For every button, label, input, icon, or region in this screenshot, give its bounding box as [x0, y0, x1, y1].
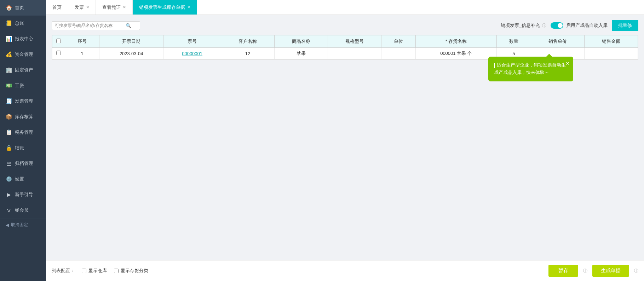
sidebar-pin[interactable]: ◀ 取消固定 — [0, 218, 46, 231]
sidebar: 🏠 首页 📒 总账 📊 报表中心 💰 资金管理 🏢 固定资产 💵 工资 🧾 发票… — [0, 0, 46, 281]
tab-home[interactable]: 首页 — [46, 0, 68, 15]
main-area: 首页 发票 ✕ 查看凭证 ✕ 销项发票生成库存单据 ✕ 🔍 销项发票_信息补充 … — [46, 0, 644, 281]
header-number: 票号 — [163, 35, 221, 48]
toggle-wrap: 启用产成品自动入库 — [551, 22, 608, 29]
tab-voucher-close[interactable]: ✕ — [123, 5, 126, 10]
batch-button[interactable]: 批量修 — [612, 20, 638, 31]
funds-icon: 💰 — [6, 51, 12, 58]
guide-icon: ▶ — [6, 191, 12, 198]
row-product: 苹果 — [275, 48, 328, 59]
info-icon[interactable]: ⓘ — [542, 23, 546, 29]
closing-icon: 🔒 — [6, 145, 12, 151]
sidebar-item-settings[interactable]: ⚙️ 设置 — [0, 171, 46, 187]
sidebar-item-salary[interactable]: 💵 工资 — [0, 78, 46, 93]
sidebar-item-home[interactable]: 🏠 首页 — [0, 0, 46, 16]
show-warehouse-checkbox[interactable] — [82, 269, 86, 273]
pin-icon: ◀ — [6, 223, 9, 228]
sidebar-item-invoice[interactable]: 🧾 发票管理 — [0, 93, 46, 109]
row-customer: 12 — [221, 48, 275, 59]
sidebar-item-funds[interactable]: 💰 资金管理 — [0, 47, 46, 62]
toolbar-info: 销项发票_信息补充 ⓘ — [501, 22, 546, 29]
header-amount: 销售金额 — [584, 35, 638, 48]
row-checkbox[interactable] — [56, 51, 61, 55]
header-checkbox[interactable] — [52, 35, 65, 48]
row-number[interactable]: 00000001 — [163, 48, 221, 59]
header-price: 销售单价 — [531, 35, 585, 48]
generate-button[interactable]: 生成单据 — [592, 265, 629, 277]
sidebar-item-ledger[interactable]: 📒 总账 — [0, 16, 46, 31]
header-unit: 单位 — [381, 35, 415, 48]
select-all-checkbox[interactable] — [56, 39, 61, 43]
tooltip-popup: ✕ 适合生产型企业，销项发票自动生成产成品入库，快来体验～ — [488, 57, 573, 81]
reports-icon: 📊 — [6, 36, 12, 42]
home-icon: 🏠 — [6, 5, 12, 11]
sidebar-item-closing[interactable]: 🔒 结账 — [0, 140, 46, 156]
search-box[interactable]: 🔍 — [52, 21, 140, 30]
tooltip-cursor — [494, 63, 495, 68]
row-unit — [381, 48, 415, 59]
row-amount — [584, 48, 638, 59]
row-inventory[interactable]: 000001 苹果 个 — [416, 48, 497, 59]
show-warehouse-label[interactable]: 显示仓库 — [82, 268, 107, 274]
tab-bar: 首页 发票 ✕ 查看凭证 ✕ 销项发票生成库存单据 ✕ — [46, 0, 644, 15]
generate-info-icon[interactable]: ⓘ — [634, 268, 638, 274]
toolbar: 🔍 销项发票_信息补充 ⓘ 启用产成品自动入库 批量修 — [52, 20, 638, 31]
sidebar-item-inventory[interactable]: 📦 库存核算 — [0, 109, 46, 125]
search-icon: 🔍 — [126, 23, 131, 28]
content-area: 🔍 销项发票_信息补充 ⓘ 启用产成品自动入库 批量修 — [46, 15, 644, 260]
save-info-icon[interactable]: ⓘ — [583, 268, 587, 274]
tax-icon: 📋 — [6, 129, 12, 136]
row-spec — [328, 48, 381, 59]
sidebar-item-assets[interactable]: 🏢 固定资产 — [0, 62, 46, 78]
table-header-row: 序号 开票日期 票号 客户名称 商品名称 规格型号 单位 * 存货名称 数量 销… — [52, 35, 638, 48]
sidebar-item-archive[interactable]: 🗃 归档管理 — [0, 156, 46, 171]
tab-invoice[interactable]: 发票 ✕ — [68, 0, 96, 15]
tab-inventory-form[interactable]: 销项发票生成库存单据 ✕ — [133, 0, 197, 15]
archive-icon: 🗃 — [6, 160, 12, 167]
header-customer: 客户名称 — [221, 35, 275, 48]
row-checkbox-cell[interactable] — [52, 48, 65, 59]
header-seq: 序号 — [65, 35, 99, 48]
show-category-label[interactable]: 显示存货分类 — [114, 268, 148, 274]
assets-icon: 🏢 — [6, 67, 12, 73]
header-spec: 规格型号 — [328, 35, 381, 48]
invoice-icon: 🧾 — [6, 98, 12, 104]
bottom-actions: 暂存 ⓘ 生成单据 ⓘ — [548, 265, 638, 277]
search-input[interactable] — [55, 23, 126, 28]
salary-icon: 💵 — [6, 82, 12, 89]
tooltip-close[interactable]: ✕ — [565, 59, 570, 67]
row-seq: 1 — [65, 48, 99, 59]
sidebar-item-tax[interactable]: 📋 税务管理 — [0, 125, 46, 140]
save-button[interactable]: 暂存 — [548, 265, 578, 277]
header-product: 商品名称 — [275, 35, 328, 48]
inventory-icon: 📦 — [6, 114, 12, 120]
row-date: 2023-03-04 — [99, 48, 163, 59]
show-category-checkbox[interactable] — [114, 269, 119, 273]
header-inventory: * 存货名称 — [416, 35, 497, 48]
sidebar-item-reports[interactable]: 📊 报表中心 — [0, 31, 46, 47]
tab-inventory-form-close[interactable]: ✕ — [187, 5, 190, 10]
tab-invoice-close[interactable]: ✕ — [86, 5, 89, 10]
ledger-icon: 📒 — [6, 20, 12, 27]
sidebar-item-guide[interactable]: ▶ 新手引导 — [0, 187, 46, 202]
sidebar-item-vip[interactable]: V 畅会员 — [0, 202, 46, 218]
bottom-bar: 列表配置： 显示仓库 显示存货分类 暂存 ⓘ 生成单据 ⓘ — [46, 260, 644, 281]
settings-icon: ⚙️ — [6, 176, 12, 182]
header-date: 开票日期 — [99, 35, 163, 48]
header-qty: 数量 — [496, 35, 531, 48]
tab-voucher[interactable]: 查看凭证 ✕ — [96, 0, 133, 15]
auto-warehouse-toggle[interactable] — [551, 22, 563, 29]
vip-icon: V — [6, 207, 12, 213]
